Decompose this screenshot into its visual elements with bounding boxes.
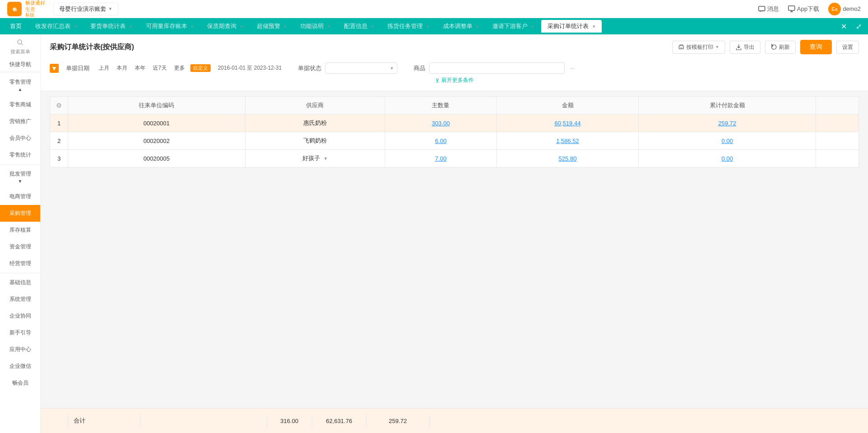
export-button[interactable]: 导出 (730, 41, 760, 54)
tab-warranty-query[interactable]: 保质期查询 × (201, 20, 249, 33)
sidebar-item-marketing[interactable]: 营销推广 (0, 113, 40, 130)
row-quantity[interactable]: 7.00 (385, 150, 496, 167)
tab-inventory-ledger[interactable]: 可用量库存账本 × (140, 20, 200, 33)
expand-more-row: ⊻ 展开更多条件 (50, 74, 859, 87)
custom-date-badge[interactable]: 自定义 (190, 64, 211, 72)
close-icon[interactable]: × (592, 24, 595, 29)
page-title: 采购订单统计表(按供应商) (50, 43, 134, 52)
expand-window-button[interactable]: ⤢ (853, 21, 864, 32)
workspace-selector[interactable]: 母婴行业演示账套 ▼ (53, 3, 118, 15)
chevron-down-icon: ▼ (18, 179, 23, 184)
close-icon[interactable]: × (371, 24, 374, 29)
shortcut-last-month[interactable]: 上月 (97, 63, 111, 73)
shortcut-7days[interactable]: 近7天 (151, 63, 169, 73)
svg-rect-3 (788, 6, 795, 10)
table-row: 3 00020005 好孩子 ▼ 7.00 525.80 0.00 (50, 150, 859, 167)
filter-row-1: ▼ 单据日期 上月 本月 本年 近7天 更多 自定义 2016-01-01 至 … (50, 62, 859, 74)
sidebar-item-purchase[interactable]: 采购管理 (0, 205, 40, 222)
row-amount[interactable]: 1,586.52 (496, 132, 639, 150)
search-icon (17, 39, 24, 46)
col-paid: 累计付款金额 (639, 97, 816, 114)
sidebar-item-retail-stats[interactable]: 零售统计 (0, 147, 40, 163)
row-amount[interactable]: 60,519.44 (496, 114, 639, 132)
sidebar-quick-nav[interactable]: 快捷导航 (0, 58, 40, 71)
close-icon[interactable]: × (531, 24, 534, 29)
message-button[interactable]: 消息 (758, 5, 779, 13)
print-icon (678, 44, 684, 50)
sidebar-item-basic-info[interactable]: 基础信息 (0, 274, 40, 291)
date-range-text: 2016-01-01 至 2023-12-31 (218, 64, 282, 72)
shortcut-this-year[interactable]: 本年 (133, 63, 147, 73)
tab-home[interactable]: 首页 (4, 20, 28, 33)
close-icon[interactable]: × (74, 24, 77, 29)
sidebar-divider-3 (0, 273, 40, 273)
tab-receive-summary[interactable]: 收发存汇总表 × (29, 20, 83, 33)
settings-button[interactable]: 设置 (836, 41, 859, 54)
sidebar-item-member2[interactable]: 畅会员 (0, 375, 40, 391)
sidebar-item-finance[interactable]: 资金管理 (0, 238, 40, 255)
sidebar-item-new-guide[interactable]: 新手引导 (0, 324, 40, 341)
tab-cost-adjust[interactable]: 成本调整单 × (437, 20, 485, 33)
expand-row-icon[interactable]: ▼ (323, 156, 328, 161)
user-profile[interactable]: Ea demo2 (828, 3, 861, 15)
sidebar-item-app-center[interactable]: 应用中心 (0, 341, 40, 358)
row-num: 3 (50, 150, 68, 167)
col-supplier: 供应商 (245, 97, 385, 114)
row-code: 00020002 (68, 132, 245, 150)
refresh-button[interactable]: 刷新 (765, 41, 796, 54)
row-amount[interactable]: 525.80 (496, 150, 639, 167)
tab-overstock-warning[interactable]: 超储预警 × (250, 20, 293, 33)
close-icon[interactable]: × (129, 24, 132, 29)
row-paid[interactable]: 0.00 (639, 150, 816, 167)
sidebar-search[interactable]: 搜索英单 (0, 34, 40, 58)
row-quantity[interactable]: 6.00 (385, 132, 496, 150)
row-paid[interactable]: 0.00 (639, 132, 816, 150)
row-quantity[interactable]: 303.00 (385, 114, 496, 132)
sidebar-item-member[interactable]: 会员中心 (0, 130, 40, 147)
close-icon[interactable]: × (426, 24, 429, 29)
logo-icon: 畅 (7, 2, 22, 16)
close-icon[interactable]: × (240, 24, 243, 29)
tab-requisition-summary[interactable]: 要货单统计表 × (84, 20, 138, 33)
sidebar-item-wholesale[interactable]: 批发管理 ▼ (0, 166, 40, 188)
status-select[interactable] (325, 62, 397, 74)
tab-pick-task[interactable]: 拣货任务管理 × (381, 20, 435, 33)
shortcut-more[interactable]: 更多 (172, 63, 187, 73)
close-icon[interactable]: × (476, 24, 479, 29)
status-filter: 单据状态 (298, 62, 397, 74)
shortcut-this-month[interactable]: 本月 (115, 63, 129, 73)
tab-purchase-summary[interactable]: 采购订单统计表 × (541, 20, 601, 33)
close-window-button[interactable]: ✕ (838, 21, 849, 32)
close-icon[interactable]: × (191, 24, 193, 29)
sidebar-item-operations[interactable]: 经营管理 (0, 255, 40, 272)
sidebar-item-enterprise-wechat[interactable]: 企业微信 (0, 358, 40, 375)
row-extra (816, 132, 859, 150)
sidebar-item-system[interactable]: 系统管理 (0, 291, 40, 308)
svg-rect-2 (759, 6, 765, 11)
query-button[interactable]: 查询 (800, 40, 832, 54)
close-icon[interactable]: × (327, 24, 330, 29)
tab-function-desc[interactable]: 功能说明 × (294, 20, 336, 33)
ellipsis-icon[interactable]: ··· (570, 65, 575, 71)
gear-icon[interactable]: ⚙ (56, 102, 62, 109)
content-area: 采购订单统计表(按供应商) 按模板打印 ▼ 导出 (41, 34, 868, 433)
app-download-button[interactable]: App下载 (788, 5, 819, 13)
row-extra (816, 150, 859, 167)
filter-toggle-button[interactable]: ▼ (50, 64, 59, 73)
row-extra (816, 114, 859, 132)
close-icon[interactable]: × (284, 24, 287, 29)
sidebar-divider-1 (0, 72, 40, 73)
main-layout: 搜索英单 快捷导航 零售管理 ▲ 零售商城 营销推广 会员中心 零售统计 批发管… (0, 34, 868, 433)
goods-input[interactable] (429, 62, 565, 74)
tab-invite-downstream[interactable]: 邀请下游客户 × (486, 20, 540, 33)
summary-quantity: 316.00 (267, 413, 312, 428)
sidebar-item-retail[interactable]: 零售管理 ▲ (0, 74, 40, 96)
sidebar-item-inventory[interactable]: 库存核算 (0, 222, 40, 238)
expand-more-button[interactable]: ⊻ 展开更多条件 (435, 76, 474, 84)
tab-config-info[interactable]: 配置信息 × (338, 20, 380, 33)
sidebar-item-retail-mall[interactable]: 零售商城 (0, 96, 40, 113)
print-button[interactable]: 按模板打印 ▼ (672, 41, 725, 54)
row-paid[interactable]: 259.72 (639, 114, 816, 132)
sidebar-item-ecommerce[interactable]: 电商管理 (0, 188, 40, 205)
sidebar-item-enterprise[interactable]: 企业协同 (0, 308, 40, 324)
